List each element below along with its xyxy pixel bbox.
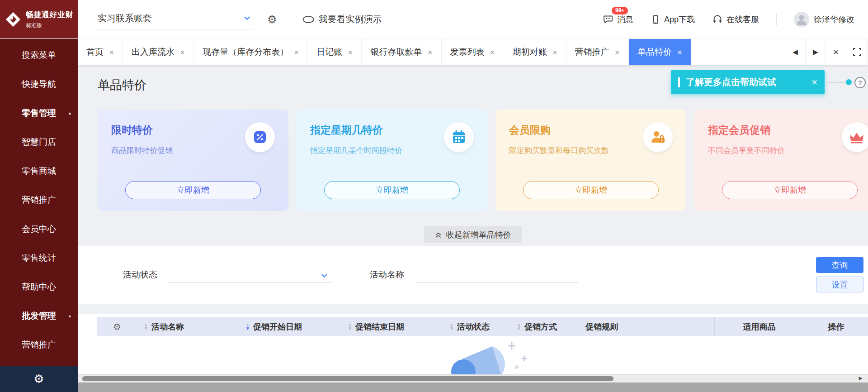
table-body bbox=[97, 336, 868, 374]
sidebar-item-label: 营销推广 bbox=[22, 194, 56, 206]
tab-close-icon[interactable]: × bbox=[109, 48, 114, 57]
column-label: 促销规则 bbox=[585, 321, 618, 332]
column-header-促销方式[interactable]: ▲▼促销方式 bbox=[510, 317, 579, 336]
sidebar-item-零售统计[interactable]: 零售统计 bbox=[0, 244, 78, 272]
empty-state-illustration bbox=[415, 336, 550, 374]
tab-close-icon[interactable]: × bbox=[552, 48, 557, 57]
tab-close-icon[interactable]: × bbox=[180, 48, 185, 57]
tab-首页[interactable]: 首页× bbox=[78, 39, 123, 65]
column-label: 活动状态 bbox=[457, 321, 490, 332]
close-tabs-button[interactable]: × bbox=[826, 39, 846, 65]
sidebar-item-帮助中心[interactable]: 帮助中心 bbox=[0, 272, 78, 301]
tab-close-icon[interactable]: × bbox=[615, 48, 620, 57]
tab-出入库流水[interactable]: 出入库流水× bbox=[123, 39, 194, 65]
settings-gear-icon[interactable]: ⚙ bbox=[267, 14, 277, 25]
status-filter-select[interactable] bbox=[168, 267, 331, 283]
sidebar-item-零售商城[interactable]: 零售商城 bbox=[0, 157, 78, 186]
banner-accent-bar bbox=[678, 77, 680, 87]
column-header-促销结束日期[interactable]: ▲▼促销结束日期 bbox=[341, 317, 443, 336]
user-menu[interactable]: 徐泽华修改 bbox=[794, 12, 854, 27]
sort-icon[interactable]: ▲▼ bbox=[517, 323, 521, 330]
tab-label: 现存量（库存分布表） bbox=[203, 46, 288, 58]
messages-button[interactable]: 99+ 消息 bbox=[603, 14, 633, 25]
sidebar-item-快捷导航[interactable]: 快捷导航 bbox=[0, 70, 78, 99]
name-filter-label: 活动名称 bbox=[370, 269, 404, 281]
add-now-button[interactable]: 立即新增 bbox=[324, 181, 460, 199]
messages-badge: 99+ bbox=[612, 7, 628, 14]
tab-label: 日记账 bbox=[316, 46, 342, 58]
tab-scroll-right-button[interactable]: ▶ bbox=[806, 39, 826, 65]
add-now-button[interactable]: 立即新增 bbox=[523, 181, 659, 199]
sort-icon[interactable]: ▲▼ bbox=[449, 323, 454, 330]
online-service-button[interactable]: 在线客服 bbox=[712, 14, 759, 25]
brand-name: 畅捷通好业财 bbox=[26, 10, 73, 20]
scroll-right-arrow-icon[interactable]: ▶ bbox=[859, 375, 863, 381]
tab-close-icon[interactable]: × bbox=[490, 48, 495, 57]
table-settings-column[interactable]: ⚙ bbox=[97, 317, 137, 336]
name-filter-input[interactable] bbox=[415, 267, 578, 283]
tab-发票列表[interactable]: 发票列表× bbox=[442, 39, 504, 65]
tab-现存量（库存分布表）[interactable]: 现存量（库存分布表）× bbox=[194, 39, 308, 65]
column-label: 活动名称 bbox=[151, 321, 184, 332]
settings-button[interactable]: 设置 bbox=[816, 277, 863, 292]
horizontal-scrollbar[interactable]: ▶ bbox=[78, 374, 868, 382]
account-selector[interactable]: 实习联系账套 bbox=[97, 10, 252, 29]
banner-close-icon[interactable]: × bbox=[811, 76, 817, 88]
app-download-button[interactable]: App下载 bbox=[651, 14, 695, 25]
promo-card-member-limit: 会员限购 限定购买数量和每日购买次数 立即新增 bbox=[495, 110, 686, 211]
window-scrollbar[interactable] bbox=[78, 382, 868, 392]
promo-card-limited-time: 限时特价 商品限时特价促销 立即新增 bbox=[98, 110, 288, 211]
tab-营销推广[interactable]: 营销推广× bbox=[566, 39, 629, 65]
sort-icon[interactable]: ▲▼ bbox=[144, 323, 148, 330]
demo-link[interactable]: 我要看实例演示 bbox=[302, 13, 382, 25]
tab-日记账[interactable]: 日记账× bbox=[308, 39, 362, 65]
message-icon bbox=[603, 14, 613, 25]
table-header-row: ⚙ ▲▼活动名称▲▼促销开始日期▲▼促销结束日期▲▼活动状态▲▼促销方式促销规则… bbox=[97, 317, 868, 336]
collapse-promo-button[interactable]: 收起新增单品特价 bbox=[424, 226, 522, 243]
promo-cards: 限时特价 商品限时特价促销 立即新增 指定星期几特价 bbox=[98, 110, 868, 211]
query-button[interactable]: 查询 bbox=[816, 257, 863, 273]
sidebar-section-批发管理[interactable]: 批发管理▲ bbox=[0, 301, 78, 330]
add-now-button[interactable]: 立即新增 bbox=[722, 181, 858, 199]
tab-close-icon[interactable]: × bbox=[348, 48, 353, 57]
sidebar-item-营销推广[interactable]: 营销推广 bbox=[0, 330, 78, 359]
tab-label: 出入库流水 bbox=[132, 46, 175, 58]
tab-close-icon[interactable]: × bbox=[677, 48, 682, 57]
sidebar-section-零售管理[interactable]: 零售管理▲ bbox=[0, 99, 78, 128]
sort-icon[interactable]: ▲▼ bbox=[245, 323, 250, 330]
tab-期初对账[interactable]: 期初对账× bbox=[504, 39, 566, 65]
column-header-活动状态[interactable]: ▲▼活动状态 bbox=[443, 317, 510, 336]
tab-scroll-left-button[interactable]: ◀ bbox=[785, 39, 806, 65]
collapse-arrow-icon: ▲ bbox=[68, 314, 72, 318]
sidebar-item-会员中心[interactable]: 会员中心 bbox=[0, 215, 78, 244]
sidebar-item-label: 批发管理 bbox=[22, 310, 56, 322]
sidebar-item-智慧门店[interactable]: 智慧门店 bbox=[0, 128, 78, 157]
tab-close-icon[interactable]: × bbox=[427, 48, 432, 57]
help-indicator-dot[interactable] bbox=[846, 79, 852, 85]
main-area: 首页×出入库流水×现存量（库存分布表）×日记账×银行存取款单×发票列表×期初对账… bbox=[78, 39, 868, 392]
gear-icon[interactable]: ⚙ bbox=[33, 373, 44, 385]
online-service-label: 在线客服 bbox=[726, 14, 759, 25]
brand-logo[interactable]: 畅捷通好业财 标准版 bbox=[0, 0, 78, 38]
tab-银行存取款单[interactable]: 银行存取款单× bbox=[362, 39, 441, 65]
collapse-row: 收起新增单品特价 bbox=[78, 226, 868, 243]
column-header-促销开始日期[interactable]: ▲▼促销开始日期 bbox=[239, 317, 341, 336]
tab-close-icon[interactable]: × bbox=[294, 48, 299, 57]
add-now-button[interactable]: 立即新增 bbox=[125, 181, 261, 199]
help-question-icon[interactable]: ? bbox=[854, 77, 866, 88]
tab-单品特价[interactable]: 单品特价× bbox=[629, 39, 691, 65]
demo-label: 我要看实例演示 bbox=[319, 13, 382, 25]
scrollbar-thumb[interactable] bbox=[82, 376, 613, 381]
column-header-活动名称[interactable]: ▲▼活动名称 bbox=[137, 317, 239, 336]
sort-icon[interactable]: ▲▼ bbox=[348, 323, 352, 330]
chevron-down-icon bbox=[244, 14, 250, 20]
user-name: 徐泽华修改 bbox=[814, 14, 854, 25]
messages-label: 消息 bbox=[617, 14, 633, 25]
help-banner[interactable]: 了解更多点击帮助试试 × bbox=[671, 70, 825, 94]
fullscreen-icon[interactable] bbox=[846, 39, 868, 65]
sidebar-item-营销推广[interactable]: 营销推广 bbox=[0, 186, 78, 215]
sidebar-item-搜索菜单[interactable]: 搜索菜单 bbox=[0, 41, 78, 70]
calendar-icon bbox=[444, 122, 474, 152]
brand-logo-icon bbox=[5, 11, 22, 28]
sidebar-item-label: 智慧门店 bbox=[22, 136, 56, 148]
